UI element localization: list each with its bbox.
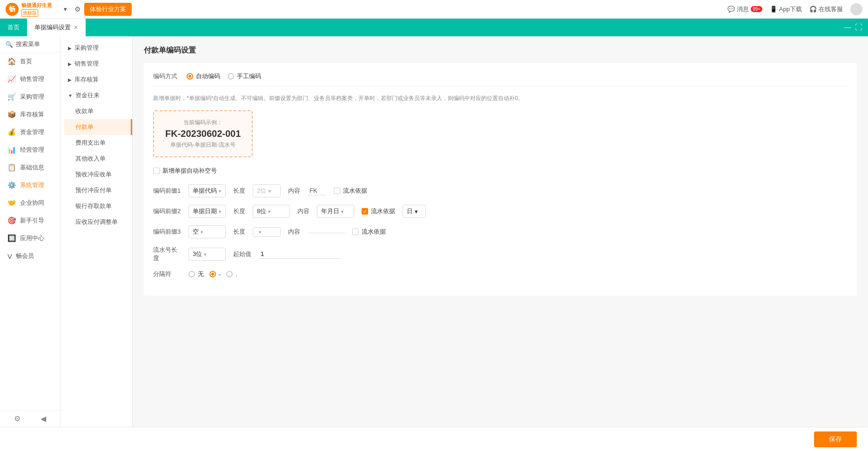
prefix2-content-arrow: ▾ [341, 209, 343, 214]
system-icon: ⚙️ [7, 181, 16, 189]
sidebar-item-operations[interactable]: 📊 经营管理 [0, 141, 60, 159]
prefix2-select[interactable]: 单据日期 ▾ [188, 205, 226, 218]
sidebar-item-finance-label: 资金管理 [20, 128, 44, 136]
manual-encode-option[interactable]: 手工编码 [228, 72, 261, 81]
save-button[interactable]: 保存 [814, 431, 857, 447]
prefix1-waterflow-checkbox[interactable] [334, 188, 340, 194]
prefix2-day-value: 日 [407, 207, 413, 215]
prefix2-content-select[interactable]: 年月日 ▾ [317, 205, 354, 218]
prefix2-length-label: 长度 [233, 207, 245, 215]
prefix2-waterflow-checkbox[interactable]: ✓ [362, 208, 368, 215]
bottom-bar: 保存 [0, 427, 868, 451]
sidebar-item-member[interactable]: V 畅会员 [0, 247, 60, 265]
settings-bottom-icon[interactable]: ⚙ [14, 414, 20, 423]
sidebar-item-system[interactable]: ⚙️ 系统管理 [0, 176, 60, 194]
sep-dash-option[interactable]: - [209, 271, 221, 278]
prefix2-waterflow-check[interactable]: ✓ 流水依据 [362, 207, 395, 215]
app-download-button[interactable]: 📱 App下载 [770, 5, 802, 13]
sidebar-item-cooperation[interactable]: 🤝 企业协同 [0, 194, 60, 212]
menu-group-capital-label: 资金往来 [75, 91, 100, 100]
prefix1-select[interactable]: 单据代码 ▾ [188, 184, 226, 197]
prefix2-day-select[interactable]: 日 ▾ [403, 205, 426, 218]
sep-none-option[interactable]: 无 [188, 270, 204, 278]
auto-encode-option[interactable]: 自动编码 [187, 72, 220, 81]
minimize-icon[interactable]: — [844, 23, 851, 32]
top-bar: 畅 畅捷通好生意 旗舰版 ▾ ⚙ 体验行业方案 💬 消息 99+ 📱 App下载… [0, 0, 868, 19]
menu-group-inventory[interactable]: ▶ 库存核算 [61, 72, 132, 88]
menu-item-adjustment[interactable]: 应收应付调整单 [64, 214, 132, 230]
sep-dot-option[interactable]: . [226, 271, 237, 278]
message-button[interactable]: 💬 消息 99+ [727, 5, 762, 13]
user-avatar[interactable] [850, 3, 862, 15]
serial-length-select[interactable]: 3位 ▾ [188, 248, 226, 261]
online-service-label: 在线客服 [819, 5, 843, 13]
menu-item-payment[interactable]: 付款单 [64, 119, 132, 135]
experience-button[interactable]: 体验行业方案 [84, 3, 132, 16]
sidebar-item-guide-label: 新手引导 [20, 216, 44, 225]
menu-item-advance-receipt[interactable]: 预收冲应收单 [64, 167, 132, 182]
menu-item-other-income[interactable]: 其他收入单 [64, 151, 132, 167]
sidebar-item-sales[interactable]: 📈 销售管理 [0, 70, 60, 88]
purchase-arrow-icon: ▶ [68, 46, 72, 51]
prefix2-length-arrow: ▾ [268, 209, 270, 214]
serial-start-input[interactable] [259, 249, 341, 259]
service-icon: 🎧 [809, 6, 817, 13]
tab-home-label: 首页 [7, 23, 20, 32]
maximize-icon[interactable]: ⛶ [855, 23, 862, 32]
preview-code: FK-20230602-001 [165, 128, 241, 139]
top-nav-dropdown[interactable]: ▾ [60, 4, 71, 14]
sidebar-item-appstore-label: 应用中心 [20, 234, 44, 242]
online-service-button[interactable]: 🎧 在线客服 [809, 5, 843, 13]
tab-encoding-settings[interactable]: 单据编码设置 ✕ [27, 19, 86, 36]
menu-group-inventory-label: 库存核算 [74, 75, 99, 84]
sidebar-item-appstore[interactable]: 🔲 应用中心 [0, 229, 60, 247]
prefix1-waterflow-check[interactable]: 流水依据 [334, 187, 367, 195]
prefix1-label: 编码前缀1 [153, 187, 181, 195]
preview-sub: 单据代码-单据日期-流水号 [165, 141, 241, 149]
settings-icon[interactable]: ⚙ [74, 5, 81, 13]
info-text: 新增单据时，*单据编码*自动生成、不可编辑。前缀设置为部门、业务员等档案类，开单… [153, 94, 848, 103]
sep-dash-label: - [219, 271, 221, 278]
purchase-icon: 🛒 [7, 93, 16, 101]
sidebar-item-guide[interactable]: 🎯 新手引导 [0, 212, 60, 229]
auto-fill-checkbox[interactable]: 新增单据自动补空号 [153, 167, 217, 175]
auto-encode-radio[interactable] [187, 73, 193, 80]
tab-home[interactable]: 首页 [0, 19, 27, 36]
sidebar-item-home[interactable]: 🏠 首页 [0, 53, 60, 70]
sidebar-search[interactable]: 🔍 搜索菜单 [0, 36, 60, 53]
sidebar-item-cooperation-label: 企业协同 [20, 199, 44, 207]
prefix3-waterflow-check[interactable]: 流水依据 [352, 228, 386, 236]
prefix2-content-value: 年月日 [321, 207, 339, 215]
sep-none-radio[interactable] [188, 271, 195, 277]
menu-group-sales[interactable]: ▶ 销售管理 [61, 56, 132, 72]
menu-group-purchase[interactable]: ▶ 采购管理 [61, 40, 132, 56]
sidebar-item-basic[interactable]: 📋 基础信息 [0, 159, 60, 176]
collapse-icon[interactable]: ◀ [40, 414, 46, 423]
sidebar-item-inventory[interactable]: 📦 库存核算 [0, 106, 60, 123]
menu-item-advance-payment[interactable]: 预付冲应付单 [64, 182, 132, 198]
prefix1-length-select[interactable]: 2位 ▾ [253, 184, 281, 197]
auto-encode-label: 自动编码 [196, 72, 220, 81]
manual-encode-radio[interactable] [228, 73, 234, 80]
menu-group-capital[interactable]: ▼ 资金往来 [61, 88, 132, 103]
sep-dot-radio[interactable] [226, 271, 233, 277]
menu-item-bank[interactable]: 银行存取款单 [64, 198, 132, 214]
tab-encoding-close[interactable]: ✕ [74, 24, 78, 31]
menu-item-expense[interactable]: 费用支出单 [64, 135, 132, 151]
prefix3-waterflow-checkbox[interactable] [352, 229, 359, 235]
prefix3-length-select[interactable]: ▾ [253, 227, 281, 237]
sep-dash-radio[interactable] [209, 271, 216, 277]
prefix2-length-select[interactable]: 8位 ▾ [253, 205, 290, 218]
menu-subgroup-capital: 收款单 付款单 费用支出单 其他收入单 预收冲应收单 预付冲应付单 银行存取款单… [64, 103, 132, 230]
menu-group-sales-label: 销售管理 [74, 60, 99, 68]
preview-box: 当前编码示例： FK-20230602-001 单据代码-单据日期-流水号 [153, 110, 253, 157]
prefix3-content-label: 内容 [288, 228, 300, 236]
sidebar-item-purchase[interactable]: 🛒 采购管理 [0, 88, 60, 106]
auto-fill-checkbox-box[interactable] [153, 168, 160, 174]
prefix3-select[interactable]: 空 ▾ [188, 225, 226, 238]
inventory-arrow-icon: ▶ [68, 77, 72, 82]
top-bar-left: 畅 畅捷通好生意 旗舰版 ▾ ⚙ 体验行业方案 [6, 2, 132, 17]
sidebar-item-finance[interactable]: 💰 资金管理 [0, 123, 60, 141]
menu-item-receipt[interactable]: 收款单 [64, 103, 132, 119]
logo-badge: 旗舰版 [21, 9, 38, 17]
